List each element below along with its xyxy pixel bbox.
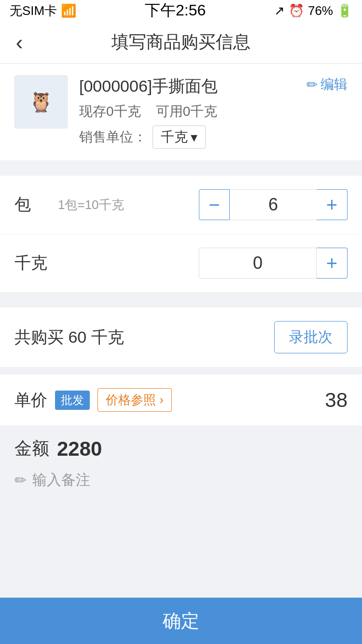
product-stock: 现存0千克 可用0千克 — [79, 102, 348, 121]
price-value: 38 — [325, 389, 348, 412]
amount-value: 2280 — [57, 437, 102, 461]
time-label: 下午2:56 — [145, 0, 206, 21]
summary-row: 共购买 60 千克 录批次 — [0, 308, 362, 367]
edit-icon: ✏ — [306, 77, 318, 93]
nav-bar: ‹ 填写商品购买信息 — [0, 21, 362, 64]
price-row: 单价 批发 价格参照 › 38 — [14, 388, 348, 412]
price-left: 单价 批发 价格参照 › — [14, 388, 172, 412]
stock-available: 可用0千克 — [156, 104, 218, 119]
stock-current: 现存0千克 — [79, 104, 141, 119]
amount-section: 金额 2280 ✏ 输入备注 — [0, 425, 362, 502]
product-info: [0000006]手撕面包 ✏ 编辑 现存0千克 可用0千克 销售单位： 千克 … — [79, 75, 348, 149]
batch-button[interactable]: 录批次 — [274, 321, 348, 353]
pack-minus-button[interactable]: − — [199, 189, 230, 220]
price-tag: 批发 — [55, 391, 90, 410]
pack-quantity-input[interactable] — [230, 189, 317, 220]
pack-plus-button[interactable]: + — [317, 189, 348, 220]
separator-1 — [0, 168, 362, 176]
price-section: 单价 批发 价格参照 › 38 — [0, 375, 362, 425]
summary-text: 共购买 60 千克 — [14, 326, 124, 349]
product-thumbnail: 🦉 — [14, 75, 68, 128]
edit-label: 编辑 — [320, 75, 348, 94]
quantity-pack-row: 包 1包=10千克 − + — [0, 176, 362, 234]
pack-hint: 1包=10千克 — [58, 196, 199, 213]
kg-quantity-control: + — [199, 248, 348, 279]
location-icon: ↗ — [274, 3, 285, 18]
quantity-kg-row: 千克 + — [0, 234, 362, 292]
pack-label: 包 — [14, 194, 53, 216]
page-title: 填写商品购买信息 — [111, 30, 251, 54]
dropdown-arrow-icon: ▾ — [191, 129, 197, 145]
price-label: 单价 — [14, 389, 47, 411]
product-unit-row: 销售单位： 千克 ▾ — [79, 126, 348, 149]
kg-label: 千克 — [14, 252, 199, 274]
amount-label: 金额 — [14, 437, 49, 461]
edit-button[interactable]: ✏ 编辑 — [306, 75, 348, 94]
amount-row: 金额 2280 — [14, 437, 348, 461]
kg-quantity-input[interactable] — [199, 248, 317, 279]
separator-2 — [0, 292, 362, 300]
carrier-label: 无SIM卡 — [10, 2, 57, 19]
separator-3 — [0, 367, 362, 375]
wifi-icon: 📶 — [61, 3, 76, 18]
quantity-section: 包 1包=10千克 − + 千克 + — [0, 176, 362, 292]
note-row[interactable]: ✏ 输入备注 — [14, 470, 348, 490]
note-placeholder: 输入备注 — [32, 470, 90, 490]
product-card: 🦉 [0000006]手撕面包 ✏ 编辑 现存0千克 可用0千克 销售单位： 千… — [0, 64, 362, 160]
battery-icon: 🔋 — [337, 3, 352, 18]
status-bar: 无SIM卡 📶 下午2:56 ↗ ⏰ 76% 🔋 — [0, 0, 362, 21]
status-left: 无SIM卡 📶 — [10, 2, 76, 19]
unit-label: 销售单位： — [79, 128, 147, 146]
battery-label: 76% — [308, 3, 333, 18]
unit-selector[interactable]: 千克 ▾ — [153, 126, 206, 149]
price-reference-button[interactable]: 价格参照 › — [97, 388, 172, 412]
pack-quantity-control: − + — [199, 189, 348, 220]
pencil-icon: ✏ — [14, 472, 27, 489]
alarm-icon: ⏰ — [289, 3, 304, 18]
product-logo-icon: 🦉 — [29, 92, 53, 112]
status-right: ↗ ⏰ 76% 🔋 — [274, 3, 352, 18]
unit-value: 千克 — [161, 128, 188, 146]
product-header-row: [0000006]手撕面包 ✏ 编辑 — [79, 75, 348, 102]
confirm-button[interactable]: 确定 — [0, 598, 362, 644]
kg-plus-button[interactable]: + — [317, 248, 348, 279]
product-name: [0000006]手撕面包 — [79, 75, 218, 98]
back-button[interactable]: ‹ — [0, 21, 39, 64]
